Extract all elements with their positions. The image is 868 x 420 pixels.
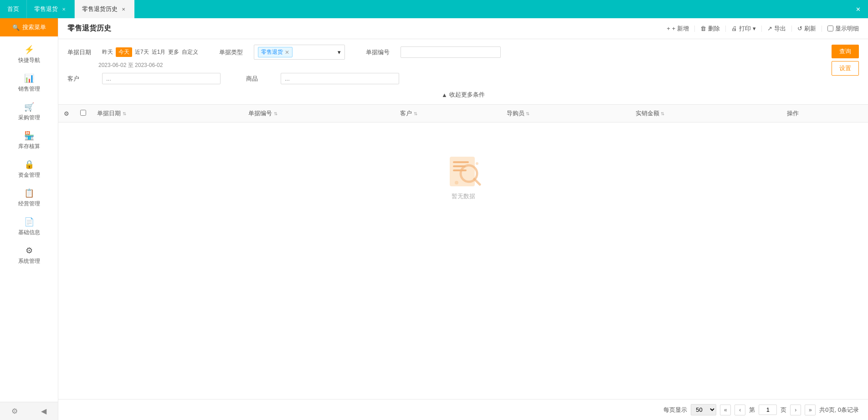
number-filter-label: 单据编号 [366,48,393,56]
show-detail-checkbox[interactable]: 显示明细 [827,25,859,33]
divider1 [694,26,695,32]
next-page-button[interactable]: › [790,405,801,415]
filter-area: 单据日期 昨天今天近7天近1月更多自定义 单据类型 零售退货 ✕ [58,39,868,105]
sidebar-label-sales-mgmt: 销售管理 [18,85,40,93]
operations-mgmt-icon: 📋 [24,188,34,198]
sidebar-item-quick-nav[interactable]: ⚡ 快捷导航 [0,40,58,69]
tab-close-retail-return-history[interactable]: ✕ [120,6,127,12]
delete-button[interactable]: 🗑 删除 [700,25,720,33]
goods-filter-label: 商品 [246,75,273,83]
collapse-up-icon: ▲ [442,92,447,98]
sidebar-item-operations-mgmt[interactable]: 📋 经营管理 [0,184,58,212]
export-button[interactable]: ↗ 导出 [767,25,786,33]
sidebar-item-sales-mgmt[interactable]: 📊 销售管理 [0,69,58,97]
tab-label: 零售退货历史 [82,5,118,13]
add-label: + 新增 [672,25,689,33]
tab-retail-return[interactable]: 零售退货✕ [27,0,75,18]
svg-point-7 [476,162,478,165]
collapse-icon[interactable]: ◀ [41,407,46,415]
data-table: ⚙单据日期 ⇅单据编号 ⇅客户 ⇅导购员 ⇅实销金额 ⇅操作 [58,105,868,123]
col-label-guide: 导购员 [507,110,524,117]
date-option-近1月[interactable]: 近1月 [152,48,166,56]
tab-label: 零售退货 [34,5,58,13]
refresh-label: 刷新 [804,25,816,33]
svg-point-6 [455,181,458,184]
select-all-checkbox[interactable] [80,110,86,116]
type-tag-close[interactable]: ✕ [285,49,289,56]
query-button[interactable]: 查询 [832,45,859,58]
finance-mgmt-icon: 🔒 [24,159,34,169]
empty-text: 暂无数据 [58,192,868,200]
col-settings: ⚙ [58,105,75,123]
col-number[interactable]: 单据编号 ⇅ [243,105,394,123]
main-area: 🔍 搜索菜单 ⚡ 快捷导航 📊 销售管理 🛒 采购管理 🏪 库存核算 🔒 资金管… [0,18,868,420]
add-button[interactable]: + + 新增 [667,25,689,33]
settings-icon[interactable]: ⚙ [11,407,18,415]
export-icon: ↗ [767,25,772,32]
sort-icon-date: ⇅ [123,111,126,116]
divider2 [725,26,726,32]
show-detail-label: 显示明细 [835,25,859,33]
settings-col-icon[interactable]: ⚙ [64,110,69,117]
customer-filter-label: 客户 [67,75,95,83]
col-guide[interactable]: 导购员 ⇅ [501,105,630,123]
sales-mgmt-icon: 📊 [24,73,34,83]
print-arrow-icon: ▾ [753,25,756,32]
tab-home[interactable]: 首页 [0,0,27,18]
date-option-昨天[interactable]: 昨天 [102,48,113,56]
divider3 [761,26,762,32]
collapse-button[interactable]: ▲ 收起更多条件 [442,91,485,99]
page-header: 零售退货历史 + + 新增 🗑 删除 🖨 打印 ▾ [58,18,868,39]
sidebar: 🔍 搜索菜单 ⚡ 快捷导航 📊 销售管理 🛒 采购管理 🏪 库存核算 🔒 资金管… [0,18,58,420]
export-label: 导出 [774,25,786,33]
divider5 [822,26,822,32]
prev-page-button[interactable]: ‹ [734,405,745,415]
delete-icon: 🗑 [700,25,706,32]
sidebar-item-purchase-mgmt[interactable]: 🛒 采购管理 [0,97,58,126]
divider4 [791,26,792,32]
sidebar-item-basic-info[interactable]: 📄 基础信息 [0,212,58,241]
date-option-自定义[interactable]: 自定义 [182,48,198,56]
per-page-label: 每页显示 [663,406,687,414]
refresh-button[interactable]: ↺ 刷新 [797,25,816,33]
type-filter-label: 单据类型 [219,48,247,56]
last-page-button[interactable]: » [805,405,816,415]
quick-nav-icon: ⚡ [24,45,34,55]
page-input[interactable] [759,405,777,415]
col-customer[interactable]: 客户 ⇅ [395,105,501,123]
number-filter-input[interactable] [401,46,501,58]
print-label: 打印 [739,25,751,33]
goods-filter-input[interactable] [281,73,399,84]
col-date[interactable]: 单据日期 ⇅ [92,105,243,123]
system-mgmt-icon: ⚙ [26,246,33,256]
customer-filter-input[interactable] [102,73,221,84]
delete-label: 删除 [708,25,720,33]
date-options: 昨天今天近7天近1月更多自定义 [102,47,198,57]
refresh-icon: ↺ [797,25,802,32]
date-option-近7天[interactable]: 近7天 [135,48,149,56]
show-detail-input[interactable] [827,26,833,31]
sort-icon-amount: ⇅ [661,111,664,116]
sidebar-item-finance-mgmt[interactable]: 🔒 资金管理 [0,155,58,184]
page-label: 第 [749,406,755,414]
pagination-bar: 每页显示 50100200 « ‹ 第 页 › » 共0页, 0条记录 [58,399,868,420]
search-icon: 🔍 [12,24,20,31]
tab-retail-return-history[interactable]: 零售退货历史✕ [75,0,134,18]
date-option-更多[interactable]: 更多 [168,48,179,56]
sidebar-label-operations-mgmt: 经营管理 [18,200,40,208]
tab-close-retail-return[interactable]: ✕ [61,6,67,12]
sidebar-label-inventory: 库存核算 [18,143,40,150]
first-page-button[interactable]: « [720,405,731,415]
sidebar-search-button[interactable]: 🔍 搜索菜单 [0,18,58,36]
close-window-button[interactable]: ✕ [856,6,868,13]
per-page-select[interactable]: 50100200 [691,404,716,415]
sidebar-item-system-mgmt[interactable]: ⚙ 系统管理 [0,241,58,270]
table-header-row: ⚙单据日期 ⇅单据编号 ⇅客户 ⇅导购员 ⇅实销金额 ⇅操作 [58,105,868,123]
type-select[interactable]: 零售退货 ✕ ▾ [254,45,345,60]
sidebar-item-inventory[interactable]: 🏪 库存核算 [0,126,58,155]
print-button[interactable]: 🖨 打印 ▾ [731,25,756,33]
date-option-今天[interactable]: 今天 [116,47,132,57]
page-suffix: 页 [781,406,786,414]
col-amount[interactable]: 实销金额 ⇅ [630,105,781,123]
set-button[interactable]: 设置 [832,61,859,76]
